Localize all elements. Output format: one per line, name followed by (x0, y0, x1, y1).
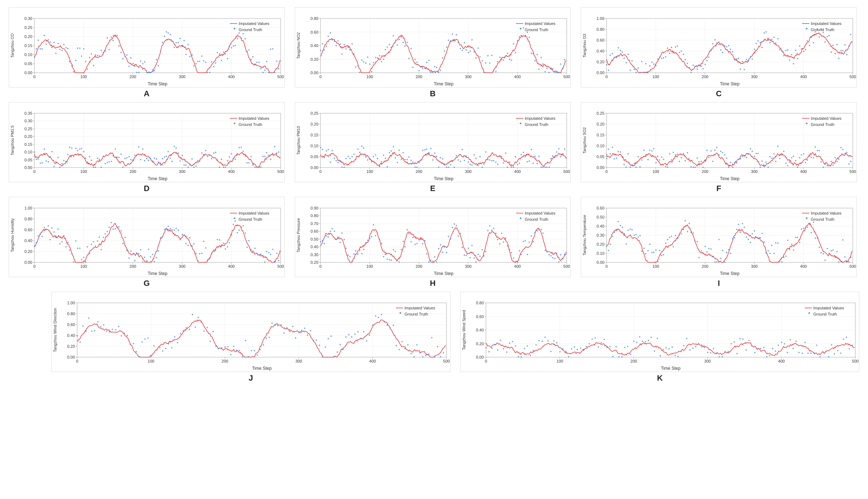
chart-label-K: K (657, 373, 663, 383)
chart-E (295, 102, 571, 182)
chart-cell-K: K (455, 292, 864, 383)
chart-J (51, 292, 450, 372)
chart-label-C: C (716, 89, 722, 98)
chart-G (9, 197, 285, 277)
row-4: J K (4, 292, 864, 383)
chart-K (460, 292, 859, 372)
chart-label-A: A (144, 89, 150, 98)
chart-label-F: F (716, 184, 721, 193)
chart-label-B: B (430, 89, 436, 98)
chart-B (295, 7, 571, 88)
row-1: A B C (4, 7, 864, 98)
chart-cell-D: D (4, 102, 290, 193)
chart-label-E: E (430, 184, 436, 193)
chart-F (581, 102, 857, 182)
chart-C (581, 7, 857, 88)
chart-cell-A: A (4, 7, 290, 98)
chart-label-G: G (143, 279, 150, 288)
chart-cell-G: G (4, 197, 290, 288)
chart-cell-I: I (576, 197, 862, 288)
chart-cell-F: F (576, 102, 862, 193)
chart-I (581, 197, 857, 277)
row-2: D E F (4, 102, 864, 193)
chart-A (9, 7, 285, 88)
chart-cell-E: E (290, 102, 576, 193)
chart-cell-B: B (290, 7, 576, 98)
chart-D (9, 102, 285, 182)
chart-H (295, 197, 571, 277)
chart-label-I: I (718, 279, 720, 288)
row-3: G H I (4, 197, 864, 288)
chart-label-J: J (249, 373, 253, 383)
chart-label-H: H (430, 279, 436, 288)
chart-cell-J: J (46, 292, 456, 383)
chart-cell-C: C (576, 7, 862, 98)
main-container: A B C D E F G H (0, 0, 868, 390)
chart-label-D: D (144, 184, 150, 193)
chart-cell-H: H (290, 197, 576, 288)
